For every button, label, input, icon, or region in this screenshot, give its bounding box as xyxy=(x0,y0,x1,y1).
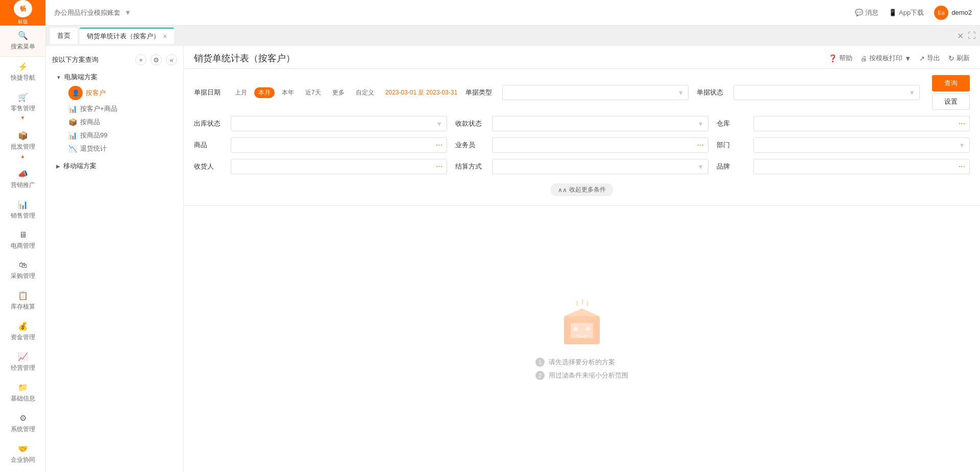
date-7days[interactable]: 近7天 xyxy=(301,87,325,98)
staff-select[interactable]: ··· xyxy=(492,137,708,153)
sidebar-item-sales[interactable]: 📊 销售管理 xyxy=(0,195,45,225)
payment-select[interactable]: ▼ xyxy=(492,159,708,174)
username: demo2 xyxy=(951,9,972,16)
warehouse-more-icon[interactable]: ··· xyxy=(959,119,965,128)
query-button[interactable]: 查询 xyxy=(932,75,970,91)
status-select[interactable]: ▼ xyxy=(733,85,920,100)
brand-select[interactable]: ··· xyxy=(753,159,970,174)
sidebar-label-sales: 销售管理 xyxy=(11,211,35,220)
sidebar-item-marketing[interactable]: 📣 营销推广 xyxy=(0,164,45,195)
user-profile[interactable]: Ea demo2 xyxy=(934,6,972,20)
sidebar-item-inventory[interactable]: 📋 库存核算 xyxy=(0,286,45,316)
tab-stats[interactable]: 销货单统计表（按客户） × xyxy=(80,28,174,44)
help-button[interactable]: ❓ 帮助 xyxy=(828,54,852,63)
tip-num-2: 2 xyxy=(535,371,545,380)
header-right: 💬 消息 📱 App下载 Ea demo2 xyxy=(855,6,972,20)
pay-status-select[interactable]: ▼ xyxy=(492,116,708,131)
tab-home[interactable]: 首页 xyxy=(50,28,78,44)
close-window-icon[interactable]: ✕ xyxy=(957,31,964,41)
collapse-panel-button[interactable]: « xyxy=(166,54,177,65)
sidebar-item-operation[interactable]: 📈 经营管理 xyxy=(0,347,45,377)
type-select[interactable]: ▼ xyxy=(502,85,689,100)
empty-state: 1 请先选择要分析的方案 2 用过滤条件来缩小分析范围 xyxy=(184,206,980,472)
sidebar-item-wholesale[interactable]: 📦 批发管理 ▲ xyxy=(0,126,45,164)
sidebar-item-purchase[interactable]: 🛍 采购管理 xyxy=(0,255,45,286)
product-more-icon[interactable]: ··· xyxy=(436,140,443,150)
empty-tip-2: 2 用过滤条件来缩小分析范围 xyxy=(535,371,628,380)
out-status-dropdown-icon: ▼ xyxy=(436,120,443,128)
retail-icon: 🛒 xyxy=(18,92,28,102)
maximize-window-icon[interactable]: ⛶ xyxy=(968,31,976,41)
tab-close-icon[interactable]: × xyxy=(163,32,167,40)
receiver-select[interactable]: ··· xyxy=(231,159,447,174)
brand-more-icon[interactable]: ··· xyxy=(959,162,965,171)
out-status-select[interactable]: ▼ xyxy=(231,116,447,131)
receiver-more-icon[interactable]: ··· xyxy=(436,162,443,171)
date-custom[interactable]: 自定义 xyxy=(352,87,378,98)
print-button[interactable]: 🖨 按模板打印 ▼ xyxy=(861,54,911,63)
help-icon: ❓ xyxy=(828,54,837,62)
svg-point-4 xyxy=(586,327,590,331)
settings-button[interactable]: 设置 xyxy=(932,93,970,110)
base-icon: 📁 xyxy=(18,383,28,392)
logo-text: 标版 xyxy=(18,18,28,26)
staff-label: 业务员 xyxy=(455,140,484,150)
payment-dropdown-icon: ▼ xyxy=(697,163,704,171)
sidebar-item-ecommerce[interactable]: 🖥 电商管理 xyxy=(0,225,45,255)
date-this-month[interactable]: 本月 xyxy=(254,87,275,98)
warehouse-select[interactable]: ··· xyxy=(753,116,970,131)
settings-plan-button[interactable]: ⚙ xyxy=(151,54,162,65)
purchase-icon: 🛍 xyxy=(19,261,27,270)
marketing-icon: 📣 xyxy=(18,169,28,179)
product-select[interactable]: ··· xyxy=(231,137,447,153)
sidebar-item-base[interactable]: 📁 基础信息 xyxy=(0,377,45,408)
message-button[interactable]: 💬 消息 xyxy=(855,8,878,17)
tree-child-return[interactable]: 📉 退货统计 xyxy=(52,142,183,155)
sidebar-item-shortcut[interactable]: ⚡ 快捷导航 xyxy=(0,57,45,87)
logo-icon: 畅 xyxy=(14,0,32,17)
tip-text-2: 用过滤条件来缩小分析范围 xyxy=(549,371,628,380)
refresh-button[interactable]: ↻ 刷新 xyxy=(948,54,970,63)
sidebar-label-shortcut: 快捷导航 xyxy=(11,74,35,82)
avatar-text: Ea xyxy=(938,10,945,16)
out-status-label: 出库状态 xyxy=(194,119,223,128)
brand-label: 品牌 xyxy=(717,162,745,171)
export-button[interactable]: ↗ 导出 xyxy=(919,54,940,63)
empty-illustration xyxy=(551,298,612,349)
dept-select[interactable]: ▼ xyxy=(753,137,970,153)
dept-label: 部门 xyxy=(717,140,745,150)
tree-child-by-product[interactable]: 📦 按商品 xyxy=(52,115,183,129)
sidebar-label-base: 基础信息 xyxy=(11,394,35,403)
active-badge-icon: 👤 xyxy=(72,89,80,97)
staff-more-icon[interactable]: ··· xyxy=(697,140,704,150)
date-more[interactable]: 更多 xyxy=(328,87,349,98)
message-label: 消息 xyxy=(865,8,878,17)
tree-child-by-product99[interactable]: 📊 按商品99 xyxy=(52,129,183,142)
app-download-button[interactable]: 📱 App下载 xyxy=(889,8,924,17)
sidebar-label-operation: 经营管理 xyxy=(11,364,35,372)
add-plan-button[interactable]: + xyxy=(135,54,146,65)
wholesale-icon: 📦 xyxy=(18,131,28,140)
sidebar-item-search[interactable]: 🔍 搜索菜单 xyxy=(0,26,45,57)
dept-dropdown-icon: ▼ xyxy=(959,141,965,149)
date-last-month[interactable]: 上月 xyxy=(231,87,251,98)
tree-child-by-customer[interactable]: 👤 按客户 xyxy=(52,84,183,102)
left-panel: 按以下方案查询 + ⚙ « ▼ 电脑端方案 👤 按客户 xyxy=(46,46,184,472)
sidebar-item-finance[interactable]: 💰 资金管理 xyxy=(0,316,45,347)
collapse-button[interactable]: ∧∧ 收起更多条件 xyxy=(551,183,613,196)
sidebar-item-retail[interactable]: 🛒 零售管理 ▼ xyxy=(0,87,45,126)
tree-parent-desktop[interactable]: ▼ 电脑端方案 xyxy=(52,70,183,84)
sidebar-item-newguide[interactable]: 🎯 新手引导 xyxy=(0,469,45,472)
date-this-year[interactable]: 本年 xyxy=(278,87,298,98)
subtitle-dropdown[interactable]: ▼ xyxy=(125,9,131,16)
box-icon-1: 📦 xyxy=(68,118,77,126)
message-icon: 💬 xyxy=(855,9,863,16)
query-buttons: 查询 设置 xyxy=(932,75,970,110)
sales-icon: 📊 xyxy=(18,200,28,209)
sidebar-item-system[interactable]: ⚙ 系统管理 xyxy=(0,408,45,439)
page-area: 按以下方案查询 + ⚙ « ▼ 电脑端方案 👤 按客户 xyxy=(46,46,980,472)
tree-parent-mobile[interactable]: ▶ 移动端方案 xyxy=(52,159,183,173)
tree-child-by-customer-product[interactable]: 📊 按客户+商品 xyxy=(52,102,183,115)
sidebar-item-enterprise[interactable]: 🤝 企业协同 xyxy=(0,439,45,469)
sidebar-label-search: 搜索菜单 xyxy=(11,42,35,51)
